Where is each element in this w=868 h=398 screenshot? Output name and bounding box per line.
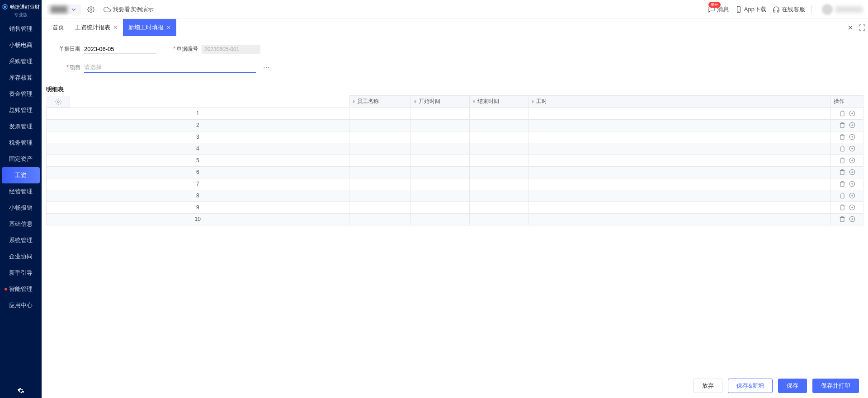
cell-start[interactable] [410, 213, 469, 225]
save-print-button[interactable]: 保存并打印 [812, 379, 859, 393]
sidebar-item-9[interactable]: 工资 [2, 167, 40, 183]
cell-end[interactable] [469, 201, 528, 213]
demo-link[interactable]: 我要看实例演示 [104, 5, 154, 14]
delete-row-icon[interactable] [839, 122, 845, 128]
add-row-icon[interactable] [849, 192, 855, 199]
delete-row-icon[interactable] [839, 134, 845, 140]
cell-emp[interactable] [349, 190, 410, 201]
delete-row-icon[interactable] [839, 110, 845, 117]
sidebar-item-13[interactable]: 系统管理 [0, 232, 42, 248]
cell-end[interactable] [469, 213, 528, 225]
cell-start[interactable] [410, 119, 469, 131]
cell-hours[interactable] [528, 108, 831, 119]
cell-end[interactable] [469, 178, 528, 190]
delete-row-icon[interactable] [839, 181, 845, 187]
col-emp[interactable]: ▲▼员工名称 [349, 96, 410, 108]
add-row-icon[interactable] [849, 134, 855, 140]
sidebar-item-8[interactable]: 固定资产 [0, 151, 42, 167]
delete-row-icon[interactable] [839, 169, 845, 175]
cell-emp[interactable] [349, 178, 410, 190]
col-settings[interactable] [47, 96, 70, 108]
add-row-icon[interactable] [849, 181, 855, 187]
sidebar-item-1[interactable]: 小畅电商 [0, 37, 42, 53]
discard-button[interactable]: 放弃 [693, 379, 722, 393]
tab-2[interactable]: 新增工时填报✕ [123, 19, 176, 36]
sidebar-item-7[interactable]: 税务管理 [0, 135, 42, 151]
add-row-icon[interactable] [849, 145, 855, 152]
cell-hours[interactable] [528, 213, 831, 225]
sidebar-item-5[interactable]: 总账管理 [0, 102, 42, 118]
cell-start[interactable] [410, 155, 469, 166]
cell-start[interactable] [410, 166, 469, 178]
service-button[interactable]: 在线客服 [773, 5, 805, 14]
cell-end[interactable] [469, 190, 528, 201]
cell-end[interactable] [469, 155, 528, 166]
cell-hours[interactable] [528, 201, 831, 213]
cell-hours[interactable] [528, 190, 831, 201]
cell-hours[interactable] [528, 131, 831, 143]
cell-hours[interactable] [528, 178, 831, 190]
tab-close-icon[interactable]: ✕ [113, 24, 118, 31]
cell-hours[interactable] [528, 143, 831, 155]
tab-close-icon[interactable]: ✕ [166, 24, 171, 31]
project-value[interactable] [84, 64, 256, 70]
sidebar-item-3[interactable]: 库存核算 [0, 70, 42, 86]
tab-close-all[interactable] [844, 22, 856, 33]
org-selector[interactable]: ████ [47, 5, 81, 14]
sidebar-item-14[interactable]: 企业协同 [0, 248, 42, 265]
cell-start[interactable] [410, 131, 469, 143]
date-input[interactable] [84, 44, 156, 54]
tab-0[interactable]: 首页 [47, 19, 70, 36]
cell-end[interactable] [469, 131, 528, 143]
sidebar-item-4[interactable]: 资金管理 [0, 86, 42, 102]
project-picker-button[interactable]: ⋯ [263, 64, 270, 71]
cell-emp[interactable] [349, 119, 410, 131]
cell-emp[interactable] [349, 108, 410, 119]
messages-button[interactable]: 消息 99+ [708, 5, 729, 14]
sidebar-settings[interactable] [0, 384, 42, 398]
app-download-button[interactable]: App下载 [735, 5, 766, 14]
col-hours[interactable]: ▲▼工时 [528, 96, 831, 108]
add-row-icon[interactable] [849, 157, 855, 164]
cell-emp[interactable] [349, 201, 410, 213]
cell-hours[interactable] [528, 155, 831, 166]
cell-start[interactable] [410, 190, 469, 201]
sidebar-item-12[interactable]: 基础信息 [0, 216, 42, 232]
sidebar-item-0[interactable]: 销售管理 [0, 21, 42, 37]
sidebar-item-6[interactable]: 发票管理 [0, 118, 42, 135]
cell-hours[interactable] [528, 119, 831, 131]
save-new-button[interactable]: 保存&新增 [728, 379, 773, 393]
delete-row-icon[interactable] [839, 157, 845, 164]
cell-emp[interactable] [349, 155, 410, 166]
add-row-icon[interactable] [849, 216, 855, 222]
sidebar-item-17[interactable]: 应用中心 [0, 297, 42, 314]
add-row-icon[interactable] [849, 122, 855, 128]
add-row-icon[interactable] [849, 110, 855, 117]
sidebar-item-2[interactable]: 采购管理 [0, 53, 42, 70]
sidebar-item-15[interactable]: 新手引导 [0, 265, 42, 281]
cell-end[interactable] [469, 166, 528, 178]
fullscreen-button[interactable] [856, 22, 868, 33]
cell-start[interactable] [410, 201, 469, 213]
sidebar-item-10[interactable]: 经营管理 [0, 183, 42, 200]
add-row-icon[interactable] [849, 169, 855, 175]
save-button[interactable]: 保存 [778, 379, 807, 393]
cell-emp[interactable] [349, 143, 410, 155]
date-value[interactable] [84, 46, 160, 52]
cell-end[interactable] [469, 119, 528, 131]
settings-button[interactable] [85, 4, 96, 15]
cell-emp[interactable] [349, 166, 410, 178]
col-start[interactable]: ▲▼开始时间 [410, 96, 469, 108]
cell-hours[interactable] [528, 166, 831, 178]
delete-row-icon[interactable] [839, 204, 845, 211]
col-end[interactable]: ▲▼结束时间 [469, 96, 528, 108]
user-menu[interactable] [822, 4, 863, 15]
sidebar-item-16[interactable]: 智能管理 [0, 281, 42, 297]
cell-end[interactable] [469, 143, 528, 155]
cell-emp[interactable] [349, 131, 410, 143]
cell-end[interactable] [469, 108, 528, 119]
cell-emp[interactable] [349, 213, 410, 225]
delete-row-icon[interactable] [839, 192, 845, 199]
sidebar-item-11[interactable]: 小畅报销 [0, 200, 42, 216]
project-input[interactable] [84, 62, 256, 73]
